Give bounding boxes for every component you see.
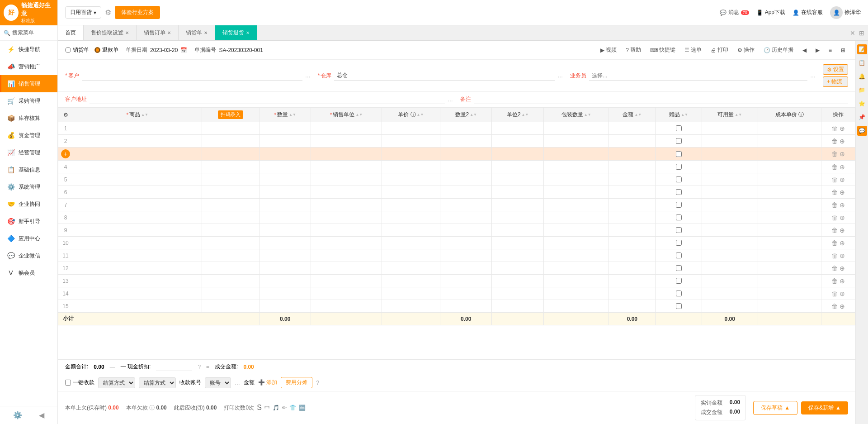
warehouse-input[interactable]: [334, 71, 555, 81]
sidebar-item-system[interactable]: ⚙️ 系统管理: [0, 178, 57, 195]
tool-icon-1[interactable]: 中: [264, 404, 270, 412]
delete-row-2-btn[interactable]: 🗑: [831, 138, 838, 145]
delete-row-9-btn[interactable]: 🗑: [831, 227, 838, 234]
user-profile[interactable]: 👤 徐泽华: [830, 6, 861, 19]
gift-checkbox-11[interactable]: [676, 252, 682, 258]
trial-btn[interactable]: 体验行业方案: [115, 6, 160, 19]
sidebar-item-member[interactable]: V 畅会员: [0, 264, 57, 281]
pkg-cell-2[interactable]: [543, 135, 609, 148]
calendar-icon[interactable]: 📅: [180, 47, 187, 53]
industry-selector[interactable]: 日用百货 ▾: [65, 6, 101, 19]
sidebar-item-finance[interactable]: 💰 资金管理: [0, 127, 57, 144]
select-btn[interactable]: ☰ 选单: [682, 45, 704, 55]
tab-sales-order-close[interactable]: ✕: [167, 30, 171, 35]
account-picker-btn[interactable]: …: [235, 380, 240, 386]
sidebar-item-enterprise[interactable]: 🤝 企业协同: [0, 195, 57, 213]
th-settings[interactable]: ⚙: [58, 108, 73, 122]
cost-price-cell-3[interactable]: [758, 148, 821, 161]
sales-unit-cell-2[interactable]: [311, 135, 382, 148]
grid-view-btn[interactable]: ⊞: [838, 46, 848, 54]
right-panel-btn-3[interactable]: 🔔: [857, 71, 867, 81]
price-cell-3[interactable]: [382, 148, 440, 161]
copy-row-3-btn[interactable]: ⊕: [840, 150, 845, 157]
sidebar-item-basic[interactable]: 📋 基础信息: [0, 161, 57, 178]
avail-cell-3[interactable]: [702, 148, 758, 161]
expense-help-icon[interactable]: ?: [316, 380, 319, 386]
history-btn[interactable]: 🕐 历史单据: [761, 45, 796, 55]
copy-row-8-btn[interactable]: ⊕: [840, 214, 845, 221]
qty-cell-1[interactable]: [259, 122, 311, 135]
address-input[interactable]: [90, 95, 445, 104]
sales-unit-cell-1[interactable]: [311, 122, 382, 135]
right-panel-btn-6[interactable]: 📌: [857, 112, 867, 122]
one-click-pay-input[interactable]: [65, 380, 71, 386]
help-btn[interactable]: ? 帮助: [623, 45, 644, 55]
radio-sales-delivery[interactable]: 销货单: [65, 46, 89, 54]
gift-checkbox-14[interactable]: [676, 291, 682, 296]
logistics-btn[interactable]: + 物流: [823, 76, 848, 87]
sales-unit-cell-3[interactable]: [311, 148, 382, 161]
amount-cell-3[interactable]: [609, 148, 656, 161]
sort-package-icon[interactable]: ▲▼: [584, 113, 591, 117]
product-input-3[interactable]: [76, 151, 199, 157]
sidebar-collapse-btn[interactable]: ◀: [39, 411, 44, 419]
tab-price-settings[interactable]: 售价提取设置 ✕: [84, 25, 137, 40]
copy-row-13-btn[interactable]: ⊕: [840, 277, 845, 285]
delete-row-4-btn[interactable]: 🗑: [831, 163, 838, 171]
right-panel-btn-2[interactable]: 📋: [857, 58, 867, 68]
video-btn[interactable]: ▶ 视频: [598, 45, 619, 55]
delete-row-8-btn[interactable]: 🗑: [831, 214, 838, 221]
gift-checkbox-12[interactable]: [676, 265, 682, 271]
app-download-btn[interactable]: 📱 App下载: [756, 9, 785, 16]
shortcut-toolbar-btn[interactable]: ⌨ 快捷键: [647, 45, 678, 55]
add-row-btn[interactable]: +: [61, 149, 70, 158]
gift-checkbox-1[interactable]: [676, 125, 682, 131]
gift-checkbox-3[interactable]: [676, 151, 682, 157]
copy-row-15-btn[interactable]: ⊕: [840, 303, 845, 310]
tab-home[interactable]: 首页: [58, 25, 84, 40]
sort-available-icon[interactable]: ▲▼: [735, 113, 742, 117]
radio-sales-delivery-input[interactable]: [65, 47, 71, 53]
unit2-cell-2[interactable]: [492, 135, 543, 148]
cost-price-cell-1[interactable]: [758, 122, 821, 135]
product-cell-3[interactable]: [73, 148, 202, 161]
qty2-cell-1[interactable]: [440, 122, 492, 135]
sort-gift-icon[interactable]: ▲▼: [681, 113, 688, 117]
sidebar-item-guide[interactable]: 🎯 新手引导: [0, 213, 57, 230]
avail-cell-2[interactable]: [702, 135, 758, 148]
sidebar-item-shortcut[interactable]: ⚡ 快捷导航: [0, 41, 57, 58]
delete-row-12-btn[interactable]: 🗑: [831, 265, 838, 272]
gift-cell-1[interactable]: [656, 122, 702, 135]
customer-input[interactable]: [82, 71, 302, 81]
amount-cell-2[interactable]: [609, 135, 656, 148]
product-cell-1[interactable]: [73, 122, 202, 135]
tab-sales-delivery[interactable]: 销货单 ✕: [179, 25, 215, 40]
gift-checkbox-2[interactable]: [676, 138, 682, 144]
gift-cell-3[interactable]: [656, 148, 702, 161]
remark-input[interactable]: [474, 95, 848, 104]
discount-input[interactable]: [156, 362, 192, 371]
gift-checkbox-10[interactable]: [676, 240, 682, 246]
copy-row-5-btn[interactable]: ⊕: [840, 176, 845, 183]
list-view-btn[interactable]: ≡: [826, 46, 835, 54]
customer-picker-btn[interactable]: …: [305, 72, 311, 79]
right-panel-btn-1[interactable]: 📝: [857, 44, 867, 54]
save-new-btn[interactable]: 保存&新增 ▲: [801, 401, 848, 414]
delete-row-6-btn[interactable]: 🗑: [831, 189, 838, 196]
sort-amount-icon[interactable]: ▲▼: [634, 113, 642, 117]
gift-cell-2[interactable]: [656, 135, 702, 148]
column-settings-btn[interactable]: ⚙: [62, 112, 69, 118]
online-service-btn[interactable]: 👤 在线客服: [793, 9, 823, 16]
tab-sales-delivery-close[interactable]: ✕: [204, 30, 208, 35]
sidebar-item-apps[interactable]: 🔷 应用中心: [0, 230, 57, 247]
one-click-pay-checkbox[interactable]: 一键收款: [65, 379, 94, 386]
copy-row-9-btn[interactable]: ⊕: [840, 227, 845, 234]
prev-record-btn[interactable]: ◀: [800, 46, 809, 54]
right-panel-btn-4[interactable]: 📁: [857, 85, 867, 95]
close-all-tabs-btn[interactable]: ✕: [850, 29, 855, 37]
gift-checkbox-13[interactable]: [676, 278, 682, 284]
sidebar-item-operations[interactable]: 📈 经营管理: [0, 144, 57, 161]
delete-row-11-btn[interactable]: 🗑: [831, 252, 838, 259]
avail-cell-1[interactable]: [702, 122, 758, 135]
operation-btn[interactable]: ⚙ 操作: [735, 45, 757, 55]
